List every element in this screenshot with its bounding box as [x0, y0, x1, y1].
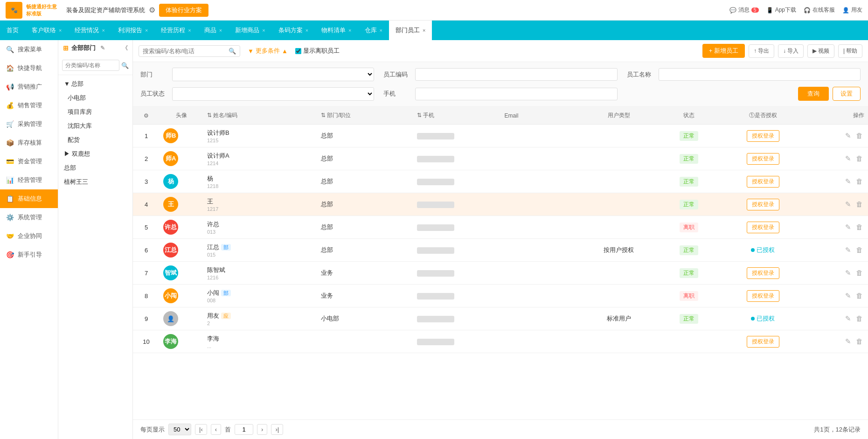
import-button[interactable]: ↓ 导入	[778, 44, 804, 58]
page-size-select[interactable]: 50	[168, 424, 191, 435]
sidebar-item-库存核算[interactable]: 📦库存核算	[0, 133, 58, 152]
close-tab-icon[interactable]: ×	[188, 28, 191, 33]
sidebar-item-快捷导航[interactable]: 🏠快捷导航	[0, 59, 58, 77]
delete-icon[interactable]: 🗑	[856, 246, 863, 254]
nav-tab-条码方案[interactable]: 条码方案×	[272, 21, 315, 40]
sidebar-item-营销推广[interactable]: 📢营销推广	[0, 77, 58, 96]
edit-icon[interactable]: ✎	[845, 177, 851, 185]
auth-button[interactable]: 授权登录	[747, 176, 779, 188]
first-page-button[interactable]: |‹	[195, 424, 207, 435]
dept-tree-item[interactable]: 总部	[58, 161, 132, 175]
add-employee-button[interactable]: + 新增员工	[702, 44, 745, 58]
edit-icon[interactable]: ✎	[845, 132, 851, 139]
delete-icon[interactable]: 🗑	[856, 223, 863, 231]
edit-icon[interactable]: ✎	[845, 154, 851, 162]
col-header-phone[interactable]: ⇅ 手机	[413, 107, 501, 125]
auth-button[interactable]: 授权登录	[747, 153, 779, 165]
edit-icon[interactable]: ✎	[845, 246, 851, 254]
edit-dept-icon[interactable]: ✎	[100, 45, 105, 51]
nav-tab-利润报告[interactable]: 利润报告×	[111, 21, 154, 40]
show-resigned-checkbox[interactable]: 显示离职员工	[295, 47, 340, 55]
delete-icon[interactable]: 🗑	[856, 154, 863, 162]
settings-button[interactable]: 设置	[833, 87, 861, 101]
dept-tree-item[interactable]: ▼ 总部	[58, 77, 132, 91]
sidebar-item-经营管理[interactable]: 📊经营管理	[0, 171, 58, 189]
nav-tab-商品[interactable]: 商品×	[198, 21, 229, 40]
delete-icon[interactable]: 🗑	[856, 132, 863, 139]
user-button[interactable]: 👤 用友	[842, 6, 862, 14]
col-header-name[interactable]: ⇅ 姓名/编码	[203, 107, 317, 125]
emp-code-input[interactable]	[415, 68, 617, 81]
help-button[interactable]: | 帮助	[838, 44, 862, 58]
dept-tree-item[interactable]: 项目库房	[58, 105, 132, 119]
auth-button[interactable]: 授权登录	[747, 336, 779, 348]
dept-tree-item[interactable]: 植树王三	[58, 175, 132, 189]
delete-icon[interactable]: 🗑	[856, 269, 863, 277]
more-filters-button[interactable]: ▼ 更多条件 ▲	[244, 45, 292, 57]
auth-button[interactable]: 授权登录	[747, 130, 779, 142]
show-resigned-input[interactable]	[295, 48, 301, 54]
prev-page-button[interactable]: ‹	[211, 424, 221, 435]
app-download-button[interactable]: 📱 App下载	[766, 6, 796, 14]
search-input[interactable]	[143, 48, 227, 55]
msg-button[interactable]: 💬 消息 5	[729, 6, 759, 14]
edit-icon[interactable]: ✎	[845, 269, 851, 277]
close-tab-icon[interactable]: ×	[145, 28, 148, 33]
next-page-button[interactable]: ›	[257, 424, 267, 435]
delete-icon[interactable]: 🗑	[856, 337, 863, 345]
all-dept-header[interactable]: ⊞ 全部部门 ✎ 《	[58, 40, 132, 56]
dept-tree-item[interactable]: 沈阳大库	[58, 119, 132, 133]
view-button[interactable]: ▶ 视频	[807, 44, 834, 58]
edit-icon[interactable]: ✎	[845, 292, 851, 300]
nav-tab-物料清单[interactable]: 物料清单×	[315, 21, 358, 40]
collapse-button[interactable]: 《	[122, 44, 128, 52]
dept-tree-item[interactable]: 小电部	[58, 91, 132, 105]
col-header-dept[interactable]: ⇅ 部门/职位	[317, 107, 413, 125]
trial-button[interactable]: 体验行业方案	[159, 4, 208, 17]
edit-icon[interactable]: ✎	[845, 314, 851, 322]
edit-icon[interactable]: ✎	[845, 200, 851, 208]
delete-icon[interactable]: 🗑	[856, 177, 863, 185]
nav-tab-客户联络[interactable]: 客户联络×	[25, 21, 68, 40]
close-tab-icon[interactable]: ×	[59, 28, 62, 33]
auth-button[interactable]: 授权登录	[747, 199, 779, 210]
dept-search-input[interactable]	[62, 60, 119, 71]
dept-tree-item[interactable]: ▶ 双鹿想	[58, 147, 132, 161]
edit-icon[interactable]: ✎	[845, 223, 851, 231]
nav-tab-新增商品[interactable]: 新增商品×	[229, 21, 271, 40]
dept-tree-item[interactable]: 配货	[58, 133, 132, 147]
close-tab-icon[interactable]: ×	[219, 28, 222, 33]
search-button[interactable]: 查询	[798, 87, 829, 101]
close-tab-icon[interactable]: ×	[348, 28, 351, 33]
sidebar-item-企业协同[interactable]: 🤝企业协同	[0, 227, 58, 245]
page-input[interactable]	[235, 424, 253, 435]
close-tab-icon[interactable]: ×	[423, 28, 425, 33]
settings-icon[interactable]: ⚙	[149, 6, 155, 14]
sidebar-item-系统管理[interactable]: ⚙️系统管理	[0, 208, 58, 227]
auth-button[interactable]: 授权登录	[747, 267, 779, 279]
sidebar-item-搜索菜单[interactable]: 🔍搜索菜单	[0, 40, 58, 59]
delete-icon[interactable]: 🗑	[856, 314, 863, 322]
close-tab-icon[interactable]: ×	[262, 28, 265, 33]
export-button[interactable]: ↑ 导出	[749, 44, 774, 58]
dept-select[interactable]	[172, 68, 374, 81]
online-service-button[interactable]: 🎧 在线客服	[804, 6, 835, 14]
close-tab-icon[interactable]: ×	[306, 28, 308, 33]
nav-tab-首页[interactable]: 首页	[0, 21, 25, 40]
sidebar-item-基础信息[interactable]: 📋基础信息	[0, 189, 58, 208]
auth-button[interactable]: 授权登录	[747, 290, 779, 302]
close-tab-icon[interactable]: ×	[380, 28, 382, 33]
emp-status-select[interactable]	[172, 87, 374, 101]
sidebar-item-销售管理[interactable]: 💰销售管理	[0, 96, 58, 115]
sidebar-item-资金管理[interactable]: 💳资金管理	[0, 152, 58, 171]
delete-icon[interactable]: 🗑	[856, 292, 863, 300]
phone-input[interactable]	[415, 88, 617, 100]
emp-name-input[interactable]	[659, 68, 861, 81]
delete-icon[interactable]: 🗑	[856, 200, 863, 208]
nav-tab-经营历程[interactable]: 经营历程×	[154, 21, 197, 40]
close-tab-icon[interactable]: ×	[102, 28, 104, 33]
last-page-button[interactable]: ›|	[271, 424, 283, 435]
nav-tab-经营情况[interactable]: 经营情况×	[68, 21, 111, 40]
sidebar-item-采购管理[interactable]: 🛒采购管理	[0, 115, 58, 133]
edit-icon[interactable]: ✎	[845, 337, 851, 345]
